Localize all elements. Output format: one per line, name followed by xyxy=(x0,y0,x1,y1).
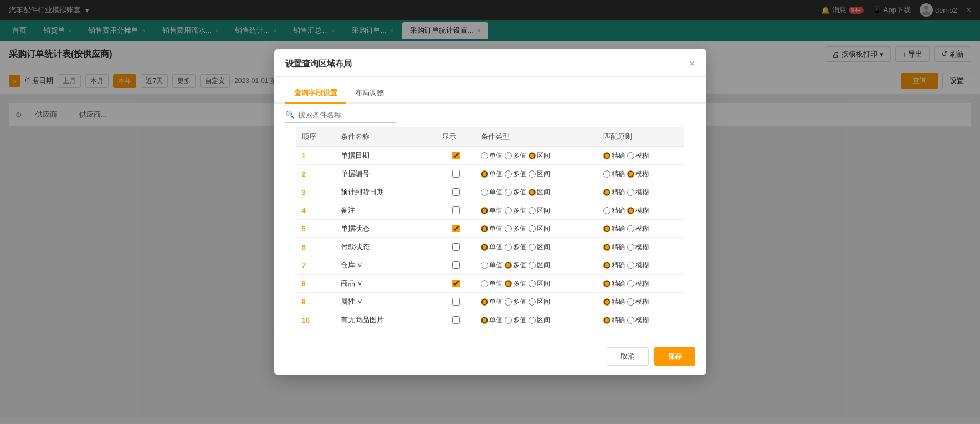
match-option-精确-1[interactable]: 精确 xyxy=(603,169,625,179)
type-option-单值-7[interactable]: 单值 xyxy=(481,279,502,288)
type-option-多值-8[interactable]: 多值 xyxy=(505,297,526,307)
type-option-区间-9[interactable]: 区间 xyxy=(529,316,550,325)
match-option-精确-9[interactable]: 精确 xyxy=(603,316,625,325)
type-option-单值-8[interactable]: 单值 xyxy=(481,297,502,307)
type-radio-区间-6[interactable] xyxy=(529,262,536,269)
type-option-多值-9[interactable]: 多值 xyxy=(505,316,526,325)
type-option-区间-1[interactable]: 区间 xyxy=(529,169,550,179)
type-option-区间-5[interactable]: 区间 xyxy=(529,242,550,252)
type-radio-单值-0[interactable] xyxy=(481,152,488,159)
match-radio-精确-0[interactable] xyxy=(603,152,610,159)
match-radio-模糊-0[interactable] xyxy=(627,152,634,159)
match-option-精确-3[interactable]: 精确 xyxy=(603,206,625,215)
match-option-模糊-9[interactable]: 模糊 xyxy=(627,316,649,325)
row-display-0[interactable] xyxy=(437,147,475,165)
type-radio-多值-9[interactable] xyxy=(505,317,512,324)
match-option-模糊-1[interactable]: 模糊 xyxy=(627,169,649,179)
type-radio-多值-0[interactable] xyxy=(505,152,512,159)
match-radio-精确-1[interactable] xyxy=(603,170,610,178)
match-option-精确-0[interactable]: 精确 xyxy=(603,151,625,161)
type-option-单值-0[interactable]: 单值 xyxy=(481,151,502,161)
row-display-1[interactable] xyxy=(437,165,475,183)
type-radio-多值-3[interactable] xyxy=(505,207,512,214)
type-radio-区间-1[interactable] xyxy=(529,170,536,178)
match-option-精确-4[interactable]: 精确 xyxy=(603,224,625,234)
type-radio-多值-2[interactable] xyxy=(505,189,512,196)
type-option-多值-1[interactable]: 多值 xyxy=(505,169,526,179)
type-radio-区间-7[interactable] xyxy=(529,280,536,287)
display-checkbox-8[interactable] xyxy=(452,298,460,306)
match-radio-模糊-7[interactable] xyxy=(627,280,634,287)
type-option-区间-3[interactable]: 区间 xyxy=(529,206,550,215)
match-option-模糊-6[interactable]: 模糊 xyxy=(627,261,649,270)
display-checkbox-5[interactable] xyxy=(452,243,460,251)
type-option-单值-1[interactable]: 单值 xyxy=(481,169,502,179)
display-checkbox-7[interactable] xyxy=(452,280,460,287)
type-option-区间-4[interactable]: 区间 xyxy=(529,224,550,234)
type-radio-区间-0[interactable] xyxy=(529,152,536,159)
type-option-多值-3[interactable]: 多值 xyxy=(505,206,526,215)
save-button[interactable]: 保存 xyxy=(654,347,695,366)
type-option-区间-8[interactable]: 区间 xyxy=(529,297,550,307)
type-option-单值-2[interactable]: 单值 xyxy=(481,188,502,197)
type-radio-区间-4[interactable] xyxy=(529,225,536,232)
match-option-精确-6[interactable]: 精确 xyxy=(603,261,625,270)
type-radio-单值-2[interactable] xyxy=(481,189,488,196)
match-radio-模糊-9[interactable] xyxy=(627,317,634,324)
match-radio-模糊-8[interactable] xyxy=(627,298,634,306)
display-checkbox-3[interactable] xyxy=(452,206,460,214)
type-radio-区间-8[interactable] xyxy=(529,298,536,306)
type-radio-单值-8[interactable] xyxy=(481,298,488,306)
type-option-区间-6[interactable]: 区间 xyxy=(529,261,550,270)
type-option-多值-4[interactable]: 多值 xyxy=(505,224,526,234)
match-option-模糊-2[interactable]: 模糊 xyxy=(627,188,649,197)
match-radio-模糊-5[interactable] xyxy=(627,244,634,251)
match-option-模糊-7[interactable]: 模糊 xyxy=(627,279,649,288)
search-input[interactable] xyxy=(295,111,396,119)
row-display-4[interactable] xyxy=(437,220,475,238)
row-display-3[interactable] xyxy=(437,201,475,220)
display-checkbox-1[interactable] xyxy=(452,170,460,178)
type-radio-多值-5[interactable] xyxy=(505,244,512,251)
type-option-单值-3[interactable]: 单值 xyxy=(481,206,502,215)
type-option-多值-2[interactable]: 多值 xyxy=(505,188,526,197)
type-radio-单值-6[interactable] xyxy=(481,262,488,269)
type-option-单值-9[interactable]: 单值 xyxy=(481,316,502,325)
row-display-2[interactable] xyxy=(437,183,475,201)
match-radio-精确-7[interactable] xyxy=(603,280,610,287)
type-radio-多值-6[interactable] xyxy=(505,262,512,269)
match-option-模糊-4[interactable]: 模糊 xyxy=(627,224,649,234)
match-option-模糊-8[interactable]: 模糊 xyxy=(627,297,649,307)
type-radio-单值-9[interactable] xyxy=(481,317,488,324)
type-radio-区间-2[interactable] xyxy=(529,189,536,196)
match-radio-模糊-1[interactable] xyxy=(627,170,634,178)
type-radio-区间-9[interactable] xyxy=(529,317,536,324)
display-checkbox-6[interactable] xyxy=(452,261,460,269)
type-option-多值-5[interactable]: 多值 xyxy=(505,242,526,252)
type-option-单值-6[interactable]: 单值 xyxy=(481,261,502,270)
match-radio-精确-4[interactable] xyxy=(603,225,610,232)
match-radio-精确-5[interactable] xyxy=(603,244,610,251)
type-radio-区间-3[interactable] xyxy=(529,207,536,214)
tab-query-fields[interactable]: 查询字段设置 xyxy=(285,84,346,104)
row-display-5[interactable] xyxy=(437,238,475,256)
match-radio-模糊-2[interactable] xyxy=(627,189,634,196)
match-radio-精确-9[interactable] xyxy=(603,317,610,324)
display-checkbox-0[interactable] xyxy=(452,152,460,159)
modal-close-button[interactable]: × xyxy=(689,58,695,70)
type-option-多值-0[interactable]: 多值 xyxy=(505,151,526,161)
type-option-多值-7[interactable]: 多值 xyxy=(505,279,526,288)
type-radio-单值-5[interactable] xyxy=(481,244,488,251)
match-radio-精确-3[interactable] xyxy=(603,207,610,214)
type-radio-多值-4[interactable] xyxy=(505,225,512,232)
row-display-9[interactable] xyxy=(437,311,475,327)
match-radio-精确-6[interactable] xyxy=(603,262,610,269)
type-radio-多值-7[interactable] xyxy=(505,280,512,287)
match-radio-模糊-4[interactable] xyxy=(627,225,634,232)
match-option-模糊-3[interactable]: 模糊 xyxy=(627,206,649,215)
match-option-模糊-0[interactable]: 模糊 xyxy=(627,151,649,161)
match-option-精确-5[interactable]: 精确 xyxy=(603,242,625,252)
display-checkbox-9[interactable] xyxy=(452,316,460,324)
cancel-button[interactable]: 取消 xyxy=(607,347,649,366)
type-option-区间-7[interactable]: 区间 xyxy=(529,279,550,288)
